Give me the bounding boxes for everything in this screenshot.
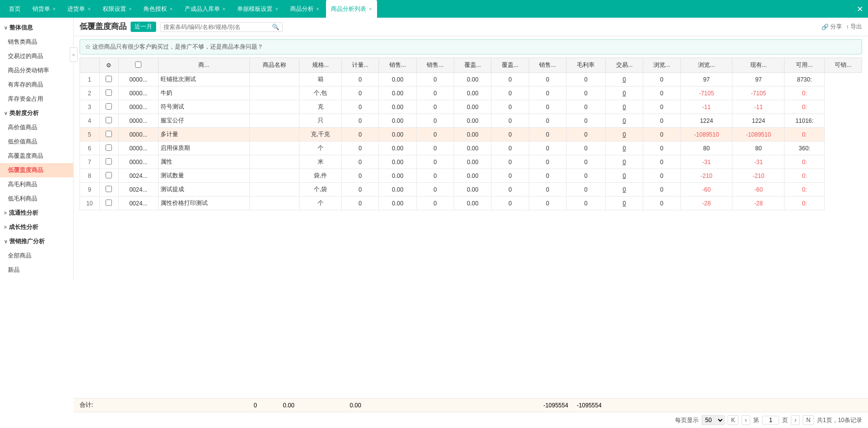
row-cover1-7: 0 bbox=[416, 169, 454, 183]
sidebar-item-new-goods[interactable]: 新品 bbox=[0, 263, 73, 277]
prev-page-button[interactable]: ‹ bbox=[741, 415, 750, 425]
nav-purchase-order[interactable]: 进货单 × bbox=[62, 0, 95, 18]
sidebar-item-sales-goods[interactable]: 销售类商品 bbox=[0, 35, 73, 49]
collapse-icon: > bbox=[4, 210, 7, 216]
time-filter-button[interactable]: 近一月 bbox=[131, 22, 156, 32]
row-browse1-4[interactable]: 0 bbox=[605, 128, 643, 142]
col-browse1-header: 浏览... bbox=[643, 58, 680, 73]
row-name-5[interactable]: 启用保质期 bbox=[158, 142, 249, 155]
row-checkbox-6[interactable] bbox=[99, 155, 118, 169]
row-browse1-9[interactable]: 0 bbox=[605, 197, 643, 210]
last-page-button[interactable]: N bbox=[803, 415, 814, 425]
first-page-button[interactable]: K bbox=[728, 415, 738, 425]
sidebar-collapse-button[interactable]: « bbox=[70, 47, 78, 62]
row-name-0[interactable]: 旺铺批次测试 bbox=[158, 73, 249, 86]
row-checkbox-2[interactable] bbox=[99, 100, 118, 114]
sidebar-section-liquidity[interactable]: > 流通性分析 bbox=[0, 206, 73, 220]
col-trade-header: 交易... bbox=[605, 58, 643, 73]
close-icon[interactable]: × bbox=[87, 0, 90, 18]
sidebar-section-growth[interactable]: > 成长性分析 bbox=[0, 220, 73, 234]
footer-sales2-total: 0.00 bbox=[274, 402, 303, 409]
row-checkbox-5[interactable] bbox=[99, 142, 118, 155]
nav-product-analysis[interactable]: 商品分析 × bbox=[285, 0, 324, 18]
sidebar-item-high-value[interactable]: 高价值商品 bbox=[0, 120, 73, 135]
row-browse1-7[interactable]: 0 bbox=[605, 169, 643, 183]
sidebar-section-overview[interactable]: ∨ 整体信息 bbox=[0, 21, 73, 35]
nav-product-analysis-list[interactable]: 商品分析列表 × bbox=[326, 0, 377, 18]
row-browse1-6[interactable]: 0 bbox=[605, 155, 643, 169]
row-name-4[interactable]: 多计量 bbox=[158, 128, 249, 142]
close-icon[interactable]: × bbox=[316, 0, 319, 18]
per-page-select[interactable]: 50 100 200 bbox=[702, 415, 725, 425]
row-gross-4: 0 bbox=[529, 128, 566, 142]
sidebar-item-low-coverage[interactable]: 低覆盖度商品 bbox=[0, 163, 73, 177]
row-name-9[interactable]: 属性价格打印测试 bbox=[158, 197, 249, 210]
row-trade-0: 0 bbox=[567, 73, 606, 86]
nav-home[interactable]: 首页 bbox=[4, 0, 26, 18]
row-name-2[interactable]: 符号测试 bbox=[158, 100, 249, 114]
row-cover2-1: 0.00 bbox=[454, 86, 491, 100]
row-name-7[interactable]: 测试数量 bbox=[158, 169, 249, 183]
window-close-button[interactable]: ✕ bbox=[857, 4, 863, 14]
page-title: 低覆盖度商品 bbox=[80, 22, 127, 32]
share-button[interactable]: 🔗 分享 bbox=[821, 23, 842, 31]
close-icon[interactable]: × bbox=[369, 0, 372, 18]
close-icon[interactable]: × bbox=[275, 0, 278, 18]
export-button[interactable]: ↑ 导出 bbox=[846, 23, 862, 31]
row-name-8[interactable]: 测试提成 bbox=[158, 183, 249, 197]
nav-sales-order[interactable]: 销货单 × bbox=[27, 0, 60, 18]
sidebar-item-all-goods[interactable]: 全部商品 bbox=[0, 249, 73, 263]
sidebar-item-high-coverage[interactable]: 高覆盖度商品 bbox=[0, 149, 73, 163]
row-checkbox-9[interactable] bbox=[99, 197, 118, 210]
row-checkbox-1[interactable] bbox=[99, 86, 118, 100]
row-checkbox-0[interactable] bbox=[99, 73, 118, 86]
row-browse1-5[interactable]: 0 bbox=[605, 142, 643, 155]
row-sales2-9: 0.00 bbox=[379, 197, 416, 210]
nav-finished-goods[interactable]: 产成品入库单 × bbox=[180, 0, 230, 18]
row-browse1-2[interactable]: 0 bbox=[605, 100, 643, 114]
sidebar-section-coverage-analysis[interactable]: ∨ 类射度分析 bbox=[0, 106, 73, 120]
row-unit-3: 只 bbox=[299, 114, 342, 128]
sidebar-item-category-sales-rate[interactable]: 商品分类动销率 bbox=[0, 63, 73, 78]
row-browse1-0[interactable]: 0 bbox=[605, 73, 643, 86]
nav-permission-settings[interactable]: 权限设置 × bbox=[98, 0, 136, 18]
row-spec-0 bbox=[250, 73, 299, 86]
search-input[interactable] bbox=[163, 24, 270, 30]
row-name-3[interactable]: 服宝公仔 bbox=[158, 114, 249, 128]
row-checkbox-3[interactable] bbox=[99, 114, 118, 128]
nav-role-auth[interactable]: 角色授权 × bbox=[138, 0, 177, 18]
current-page-input[interactable] bbox=[762, 416, 779, 425]
table-row: 6 0000... 启用保质期 个 0 0.00 0 0.00 0 0 0 0 … bbox=[80, 142, 862, 155]
row-name-1[interactable]: 牛奶 bbox=[158, 86, 249, 100]
row-browse1-3[interactable]: 0 bbox=[605, 114, 643, 128]
sidebar-container: ∨ 整体信息 销售类商品 交易过的商品 商品分类动销率 有库存的商品 库存资金占… bbox=[0, 18, 74, 428]
next-page-button[interactable]: › bbox=[791, 415, 800, 425]
sidebar-item-in-stock[interactable]: 有库存的商品 bbox=[0, 78, 73, 92]
col-checkbox[interactable] bbox=[118, 58, 158, 73]
table-row: 1 0000... 旺铺批次测试 箱 0 0.00 0 0.00 0 0 0 0… bbox=[80, 73, 862, 86]
row-spec-7 bbox=[250, 169, 299, 183]
nav-template-settings[interactable]: 单据模板设置 × bbox=[232, 0, 283, 18]
select-all-checkbox[interactable] bbox=[135, 61, 141, 68]
close-icon[interactable]: × bbox=[222, 0, 225, 18]
row-sales1-9: 0 bbox=[342, 197, 379, 210]
search-icon[interactable]: 🔍 bbox=[272, 24, 279, 30]
row-checkbox-4[interactable] bbox=[99, 128, 118, 142]
sidebar-item-traded-goods[interactable]: 交易过的商品 bbox=[0, 49, 73, 63]
row-browse1-1[interactable]: 0 bbox=[605, 86, 643, 100]
row-checkbox-8[interactable] bbox=[99, 183, 118, 197]
sidebar-item-low-margin[interactable]: 低毛利商品 bbox=[0, 192, 73, 206]
close-icon[interactable]: × bbox=[129, 0, 132, 18]
close-icon[interactable]: × bbox=[169, 0, 172, 18]
row-trade-7: 0 bbox=[567, 169, 606, 183]
row-checkbox-7[interactable] bbox=[99, 169, 118, 183]
sidebar-item-inventory-capital[interactable]: 库存资金占用 bbox=[0, 92, 73, 106]
sidebar-item-high-margin[interactable]: 高毛利商品 bbox=[0, 177, 73, 192]
table-header-row: ⚙ 商... 商品名称 规格... 计量... 销售... 销售... 覆盖..… bbox=[80, 58, 862, 73]
col-settings[interactable]: ⚙ bbox=[99, 58, 118, 73]
close-icon[interactable]: × bbox=[53, 0, 55, 18]
sidebar-item-low-value[interactable]: 低价值商品 bbox=[0, 135, 73, 149]
row-browse1-8[interactable]: 0 bbox=[605, 183, 643, 197]
sidebar-section-marketing[interactable]: ∨ 营销推广分析 bbox=[0, 234, 73, 249]
row-name-6[interactable]: 属性 bbox=[158, 155, 249, 169]
